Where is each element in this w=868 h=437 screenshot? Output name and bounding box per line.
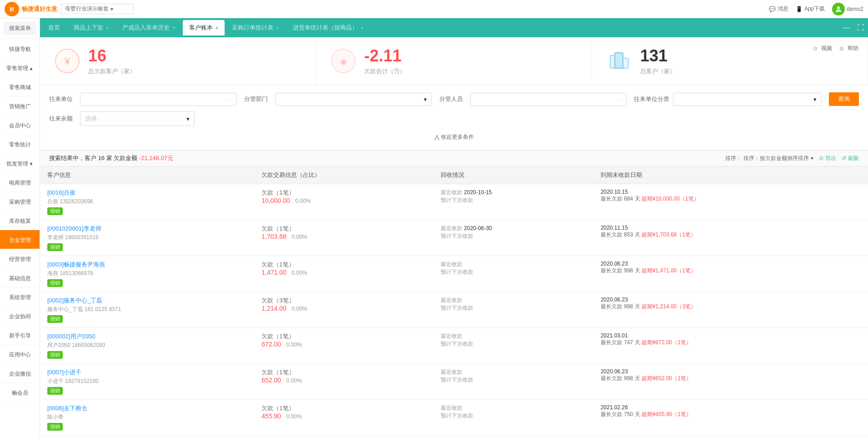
export-button[interactable]: ⊙ 导出 <box>819 155 836 162</box>
sidebar-item-basic-info[interactable]: 基础信息 <box>0 268 40 287</box>
overdue-amount-4[interactable]: 超期¥672.00（1笔） <box>642 339 692 346</box>
tab-product-history[interactable]: 产成品入库单历史 × <box>116 20 181 35</box>
search-button[interactable]: 查询 <box>829 92 859 106</box>
ecommerce-label: 电商管理 <box>3 179 37 187</box>
customer-name-1[interactable]: [0001020001]李老师 <box>47 225 247 233</box>
refresh-button[interactable]: ↺ 刷新 <box>842 155 859 162</box>
sidebar-item-marketing[interactable]: 营销推广 <box>0 96 40 116</box>
debt-amount-2[interactable]: 1,471.00 <box>261 269 286 276</box>
customer-name-4[interactable]: [000002]用户2050 <box>47 332 247 341</box>
unit-category-select[interactable]: ▾ <box>673 93 822 106</box>
table-container: 客户信息 欠款交易信息（占比） 回收情况 到期未收款日期 [0016]吕俊 吕俊… <box>40 166 868 437</box>
wechat-label: 企业微信 <box>3 370 37 378</box>
balance-placeholder: 选择... <box>85 115 102 123</box>
unit-category-dropdown-icon: ▾ <box>813 96 817 103</box>
sort-selector[interactable]: 排序： 排序：按欠款金额倒序排序 ▾ <box>725 155 813 162</box>
debt-amount-4[interactable]: 672.00 <box>261 341 281 348</box>
tab-product-offline[interactable]: 商品上下架 × <box>67 20 115 35</box>
app-download-action[interactable]: 📱 App下载 <box>796 5 825 13</box>
customer-contact-1: 李老师 18600391516 <box>47 234 247 241</box>
sidebar-item-operations[interactable]: 经营管理 <box>0 249 40 268</box>
customer-tag-3: 现销 <box>47 315 63 323</box>
help-label[interactable]: 帮助 <box>848 45 858 52</box>
user-menu[interactable]: demo2 <box>832 3 863 15</box>
message-action[interactable]: 💬 消息 <box>769 5 788 13</box>
sidebar-item-finance[interactable]: 资金管理 <box>0 230 40 249</box>
sidebar-item-guide[interactable]: 新手引导 <box>0 326 40 345</box>
cell-customer-0: [0016]吕俊 吕俊 13026203696 现销 <box>40 184 254 220</box>
view-label[interactable]: 视频 <box>821 45 832 52</box>
source-unit-input[interactable]: ··· <box>80 93 237 106</box>
sidebar-item-wechat[interactable]: 企业微信 <box>0 364 40 383</box>
retail-store-label: 零售商城 <box>3 84 37 91</box>
next-collect-label-2: 预计下次收款 <box>441 269 473 275</box>
sidebar-item-retail-mgmt[interactable]: 零售管理▲ <box>0 58 40 77</box>
debt-amount-1[interactable]: 1,703.68 <box>261 233 286 240</box>
person-dots: ··· <box>617 96 622 103</box>
sidebar-item-system[interactable]: 系统管理 <box>0 287 40 306</box>
customer-tag-4: 现销 <box>47 351 63 359</box>
minimize-icon[interactable]: — <box>841 22 852 34</box>
sidebar-item-retail-stats[interactable]: 零售统计 <box>0 135 40 154</box>
tab-product-history-close[interactable]: × <box>172 25 175 30</box>
debt-total-icon: ◈ <box>330 47 357 75</box>
debt-amount-0[interactable]: 10,000.00 <box>261 197 290 204</box>
customer-name-6[interactable]: [0006]去下粮仓 <box>47 404 247 412</box>
tab-purchase-stats[interactable]: 采购订单统计表 × <box>226 20 285 35</box>
sidebar-item-retail-store[interactable]: 零售商城 <box>0 77 40 96</box>
debt-amount-row-3: 1,214.00 0.00% <box>261 305 426 312</box>
cell-due-7: 2020.12.30 最长欠款 808 天 超期¥429.00（1笔） <box>593 436 868 437</box>
customer-name-5[interactable]: [0007]小进干 <box>47 368 247 377</box>
maximize-icon[interactable]: ⛶ <box>855 22 866 34</box>
sidebar-item-member[interactable]: 会员中心 <box>0 116 40 135</box>
source-unit-label: 往来单位 <box>49 95 76 103</box>
overdue-amount-0[interactable]: 超期¥10,000.00（1笔） <box>642 196 699 202</box>
table-row: [0007]小进干 小进干 18279152100 现销 欠款（1笔） 652.… <box>40 364 868 400</box>
overdue-amount-1[interactable]: 超期¥1,703.68（1笔） <box>642 231 696 238</box>
debt-amount-3[interactable]: 1,214.00 <box>261 305 286 312</box>
dept-label: 分管部门 <box>244 95 271 103</box>
sidebar-item-ecommerce[interactable]: 电商管理 <box>0 173 40 192</box>
purchase-label: 采购管理 <box>3 198 37 206</box>
tab-customer-account[interactable]: 客户账本 × <box>183 20 225 35</box>
tab-product-offline-close[interactable]: × <box>106 25 109 30</box>
table-row: [0003]畅捷服务尹海燕 海燕 18513066976 现销 欠款（1笔） 1… <box>40 256 868 292</box>
sidebar-item-inventory[interactable]: 库存核算 <box>0 211 40 230</box>
tab-purchase-stats-close[interactable]: × <box>276 25 279 30</box>
customer-name-2[interactable]: [0003]畅捷服务尹海燕 <box>47 261 247 269</box>
sidebar-item-app-center[interactable]: 应用中心 <box>0 345 40 364</box>
tab-customer-account-close[interactable]: × <box>216 25 218 30</box>
tab-purchase-product-stats-close[interactable]: × <box>361 25 363 30</box>
debt-amount-6[interactable]: 455.90 <box>261 412 281 420</box>
debt-amount-row-6: 455.90 0.00% <box>261 412 426 420</box>
tab-home[interactable]: 首页 <box>42 20 66 35</box>
sidebar-item-quick-nav[interactable]: 快捷导航 <box>0 39 40 58</box>
dept-select[interactable]: ▾ <box>275 93 432 106</box>
logo: 财 畅捷通好生意 <box>5 2 57 16</box>
debt-amount-5[interactable]: 652.00 <box>261 377 281 384</box>
sidebar-item-vip[interactable]: 畅会员 <box>0 383 40 402</box>
overdue-amount-6[interactable]: 超期¥455.90（1笔） <box>642 411 692 417</box>
person-input[interactable]: ··· <box>470 93 627 106</box>
search-menu-button[interactable]: 搜索菜单 <box>4 22 36 35</box>
svg-rect-9 <box>615 53 623 68</box>
sidebar-item-batch-mgmt[interactable]: 批发管理▼ <box>0 154 40 173</box>
store-selector[interactable]: 母婴行业演示账套 ▾ <box>61 4 134 14</box>
customer-name-0[interactable]: [0016]吕俊 <box>47 189 247 197</box>
sidebar-item-enterprise[interactable]: 企业协同 <box>0 306 40 326</box>
customer-name-3[interactable]: [0002]服务中心_丁磊 <box>47 296 247 305</box>
col-debt-info: 欠款交易信息（占比） <box>254 166 433 184</box>
overdue-amount-2[interactable]: 超期¥1,471.00（1笔） <box>642 267 696 274</box>
overdue-amount-3[interactable]: 超期¥1,214.00（3笔） <box>642 303 696 310</box>
app-name: 畅捷通好生意 <box>22 5 57 13</box>
debt-amount-row-4: 672.00 0.00% <box>261 341 426 348</box>
debt-ratio-5: 0.00% <box>286 377 302 384</box>
logo-icon: 财 <box>5 2 19 16</box>
collapse-button[interactable]: ⋀ 收起更多条件 <box>49 131 859 143</box>
debt-amount-row-2: 1,471.00 0.00% <box>261 269 426 276</box>
balance-select[interactable]: 选择... ▾ <box>80 111 195 126</box>
overdue-amount-5[interactable]: 超期¥652.00（1笔） <box>642 375 692 382</box>
tab-purchase-product-stats[interactable]: 进货单统计表（按商品） × <box>286 20 370 35</box>
sidebar-item-purchase[interactable]: 采购管理 <box>0 192 40 211</box>
app-wrapper: 财 畅捷通好生意 母婴行业演示账套 ▾ 💬 消息 📱 App下载 <box>0 0 868 437</box>
